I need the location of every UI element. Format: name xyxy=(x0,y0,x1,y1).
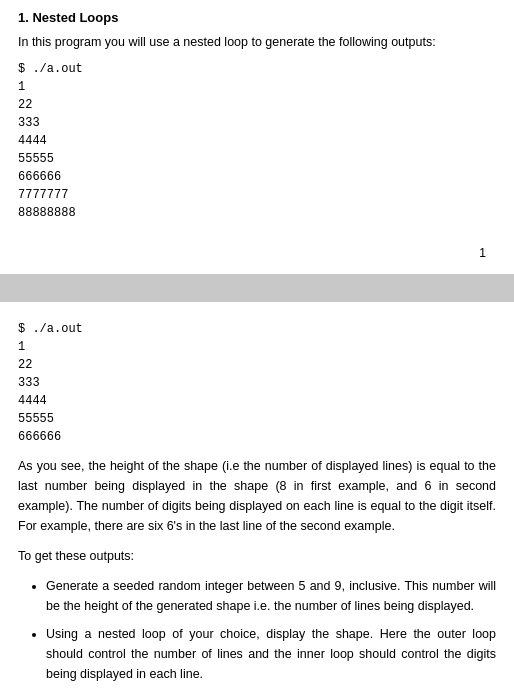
bullet-item: Using a nested loop of your choice, disp… xyxy=(46,624,496,684)
section-number: 1. xyxy=(18,10,29,25)
section-title: 1. Nested Loops xyxy=(18,10,496,25)
page-divider xyxy=(0,274,514,302)
code-line: $ ./a.out xyxy=(18,320,496,338)
code-line: 4444 xyxy=(18,392,496,410)
intro-text: In this program you will use a nested lo… xyxy=(18,33,496,52)
code-line: 1 xyxy=(18,338,496,356)
bullet-list: Generate a seeded random integer between… xyxy=(46,576,496,684)
to-get-outputs-label: To get these outputs: xyxy=(18,546,496,566)
page-bottom: $ ./a.out122333444455555666666 As you se… xyxy=(0,302,514,700)
code-line: 88888888 xyxy=(18,204,496,222)
code-line: 55555 xyxy=(18,410,496,428)
code-line: 55555 xyxy=(18,150,496,168)
code-line: 22 xyxy=(18,356,496,374)
page-top: 1. Nested Loops In this program you will… xyxy=(0,0,514,274)
code-block-1: $ ./a.out1223334444555556666667777777888… xyxy=(18,60,496,222)
code-line: 7777777 xyxy=(18,186,496,204)
page-number: 1 xyxy=(479,246,486,260)
code-line: 333 xyxy=(18,374,496,392)
code-line: 22 xyxy=(18,96,496,114)
code-block-2: $ ./a.out122333444455555666666 xyxy=(18,320,496,446)
code-line: 4444 xyxy=(18,132,496,150)
code-line: 333 xyxy=(18,114,496,132)
bullet-item: Generate a seeded random integer between… xyxy=(46,576,496,616)
code-line: 1 xyxy=(18,78,496,96)
explanation-text: As you see, the height of the shape (i.e… xyxy=(18,456,496,536)
code-line: 666666 xyxy=(18,168,496,186)
section-heading: Nested Loops xyxy=(32,10,118,25)
code-line: 666666 xyxy=(18,428,496,446)
page-number-bar: 1 xyxy=(18,242,496,264)
code-line: $ ./a.out xyxy=(18,60,496,78)
